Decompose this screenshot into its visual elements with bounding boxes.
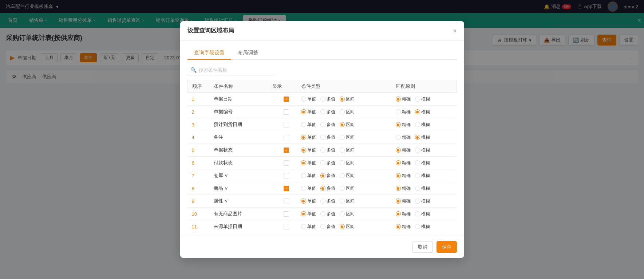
row-type-option[interactable]: 单值	[301, 134, 316, 141]
row-match-option[interactable]: 精确	[396, 147, 411, 153]
modal-close-button[interactable]: ×	[453, 28, 457, 34]
row-match-group: 精确模糊	[396, 185, 457, 192]
tab-query-field-settings[interactable]: 查询字段设置	[187, 47, 231, 60]
row-match-option[interactable]: 模糊	[415, 224, 430, 230]
row-match-option[interactable]: 模糊	[415, 173, 430, 179]
row-type-group: 单值多值区间	[301, 134, 396, 141]
row-type-option[interactable]: 多值	[320, 185, 335, 192]
row-type-option[interactable]: 单值	[301, 147, 316, 153]
row-match-option[interactable]: 精确	[396, 173, 411, 179]
row-type-option[interactable]: 区间	[340, 185, 355, 192]
row-order: 5	[192, 148, 214, 153]
radio-indicator	[396, 224, 401, 229]
row-type-option[interactable]: 单值	[301, 211, 316, 217]
row-type-option[interactable]: 区间	[340, 122, 355, 128]
row-type-option[interactable]: 区间	[340, 211, 355, 217]
row-type-option[interactable]: 多值	[320, 122, 335, 128]
radio-label: 多值	[327, 147, 335, 153]
radio-label: 精确	[402, 122, 411, 128]
row-checkbox[interactable]	[284, 109, 289, 115]
row-checkbox[interactable]: ✓	[284, 97, 289, 102]
row-match-option[interactable]: 精确	[396, 198, 411, 204]
radio-indicator	[415, 160, 420, 165]
radio-label: 精确	[402, 134, 411, 141]
row-type-option[interactable]: 区间	[340, 160, 355, 166]
row-type-option[interactable]: 多值	[320, 224, 335, 230]
save-button[interactable]: 保存	[436, 241, 457, 253]
row-checkbox[interactable]	[284, 122, 289, 127]
row-match-option[interactable]: 模糊	[415, 160, 430, 166]
row-checkbox[interactable]	[284, 224, 289, 229]
col-display: 显示	[272, 83, 301, 90]
row-type-option[interactable]: 单值	[301, 96, 316, 102]
table-row: 9属性 ∨单值多值区间精确模糊	[187, 195, 457, 208]
row-match-option[interactable]: 精确	[396, 109, 411, 115]
radio-indicator	[320, 97, 325, 102]
row-match-option[interactable]: 模糊	[415, 122, 430, 128]
row-type-option[interactable]: 多值	[320, 96, 335, 102]
row-type-option[interactable]: 区间	[340, 224, 355, 230]
table-row: 4备注单值多值区间精确模糊	[187, 131, 457, 144]
radio-label: 多值	[327, 185, 335, 192]
row-match-option[interactable]: 模糊	[415, 134, 430, 141]
radio-label: 单值	[307, 134, 316, 141]
row-match-option[interactable]: 精确	[396, 134, 411, 141]
row-type-option[interactable]: 多值	[320, 134, 335, 141]
cancel-button[interactable]: 取消	[412, 241, 433, 253]
row-type-option[interactable]: 单值	[301, 185, 316, 192]
row-type-option[interactable]: 多值	[320, 160, 335, 166]
row-match-group: 精确模糊	[396, 198, 457, 204]
row-type-option[interactable]: 区间	[340, 173, 355, 179]
row-match-option[interactable]: 精确	[396, 211, 411, 217]
row-match-option[interactable]: 精确	[396, 160, 411, 166]
row-checkbox[interactable]	[284, 211, 289, 217]
radio-label: 单值	[307, 122, 316, 128]
row-match-option[interactable]: 精确	[396, 185, 411, 192]
row-type-option[interactable]: 多值	[320, 211, 335, 217]
row-type-option[interactable]: 区间	[340, 109, 355, 115]
row-type-option[interactable]: 单值	[301, 173, 316, 179]
row-type-option[interactable]: 单值	[301, 122, 316, 128]
row-type-option[interactable]: 多值	[320, 173, 335, 179]
row-match-option[interactable]: 精确	[396, 96, 411, 102]
radio-indicator	[415, 122, 420, 127]
search-input[interactable]	[199, 67, 272, 73]
row-checkbox[interactable]: ✓	[284, 148, 289, 153]
radio-indicator	[340, 109, 345, 114]
table-row: 10有无商品图片单值多值区间精确模糊	[187, 208, 457, 220]
radio-label: 精确	[402, 224, 411, 230]
row-type-option[interactable]: 区间	[340, 198, 355, 204]
row-type-option[interactable]: 多值	[320, 198, 335, 204]
radio-indicator	[396, 109, 401, 114]
row-checkbox[interactable]	[284, 199, 289, 204]
row-match-option[interactable]: 模糊	[415, 96, 430, 102]
row-match-option[interactable]: 模糊	[415, 109, 430, 115]
row-type-option[interactable]: 区间	[340, 134, 355, 141]
row-match-option[interactable]: 模糊	[415, 147, 430, 153]
row-checkbox[interactable]: ✓	[284, 186, 289, 191]
row-match-option[interactable]: 模糊	[415, 211, 430, 217]
radio-indicator	[340, 173, 345, 178]
row-type-option[interactable]: 单值	[301, 109, 316, 115]
row-checkbox[interactable]	[284, 173, 289, 178]
radio-label: 单值	[307, 224, 316, 230]
row-checkbox[interactable]	[284, 135, 289, 140]
row-match-option[interactable]: 模糊	[415, 185, 430, 192]
row-match-option[interactable]: 模糊	[415, 198, 430, 204]
tab-layout-adjustment[interactable]: 布局调整	[231, 47, 265, 60]
row-checkbox[interactable]	[284, 160, 289, 166]
row-match-option[interactable]: 精确	[396, 224, 411, 230]
row-type-option[interactable]: 区间	[340, 96, 355, 102]
row-type-option[interactable]: 单值	[301, 198, 316, 204]
table-row: 1单据日期✓单值多值区间精确模糊	[187, 93, 457, 106]
radio-label: 区间	[346, 96, 355, 102]
row-type-option[interactable]: 多值	[320, 109, 335, 115]
radio-indicator	[415, 199, 420, 204]
row-checkbox-wrap	[272, 160, 301, 166]
row-type-option[interactable]: 单值	[301, 224, 316, 230]
row-match-option[interactable]: 精确	[396, 122, 411, 128]
row-type-option[interactable]: 多值	[320, 147, 335, 153]
row-type-option[interactable]: 单值	[301, 160, 316, 166]
radio-indicator	[396, 135, 401, 140]
row-type-option[interactable]: 区间	[340, 147, 355, 153]
